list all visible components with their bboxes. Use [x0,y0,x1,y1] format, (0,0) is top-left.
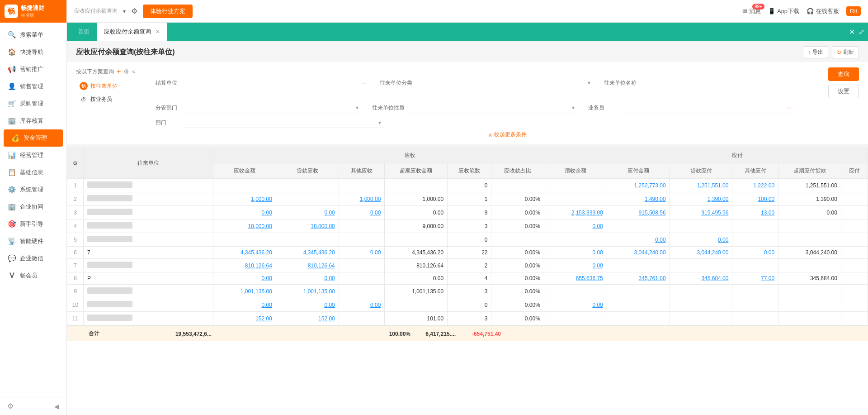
sidebar-item-sales[interactable]: 👤 销售管理 [0,78,66,95]
data-cell[interactable]: 4,345,436.20 [213,247,276,259]
sidebar-item-system[interactable]: ⚙️ 系统管理 [0,181,66,198]
data-cell[interactable]: 810,126.64 [213,259,276,272]
scheme-settings-icon[interactable]: ⚙ [123,68,129,75]
data-cell[interactable]: 1,252,773.00 [607,179,670,192]
tab-ar-ap[interactable]: 应收应付余额查询 ✕ [97,23,167,41]
sidebar-item-inventory[interactable]: 🏢 库存核算 [0,112,66,129]
dept-select[interactable]: ▾ [184,118,384,128]
sidebar-item-purchase[interactable]: 🛒 采购管理 [0,95,66,112]
data-cell[interactable] [732,233,778,247]
sidebar-collapse-icon[interactable]: ◀ [54,403,59,410]
message-button[interactable]: ✉ 消息 99+ [742,7,761,15]
user-avatar[interactable]: Rit [846,8,861,14]
data-cell[interactable] [670,312,732,325]
export-button[interactable]: ↑ 导出 [803,46,828,58]
data-cell[interactable]: 0.00 [276,206,339,219]
data-cell[interactable] [607,285,670,298]
data-cell[interactable] [732,259,778,272]
data-cell[interactable] [213,233,276,247]
sidebar-item-hardware[interactable]: 📡 智能硬件 [0,233,66,250]
data-cell[interactable]: 18,000.00 [276,219,339,233]
data-cell[interactable]: 1,390.00 [670,192,732,206]
data-cell[interactable]: 0.00 [670,233,732,247]
data-cell[interactable]: 13.00 [732,206,778,219]
data-cell[interactable] [670,285,732,298]
tab-home[interactable]: 首页 [71,23,97,41]
collapse-button[interactable]: ∧ 收起更多条件 [488,131,527,138]
data-cell[interactable] [276,233,339,247]
data-cell[interactable] [544,192,607,206]
data-cell[interactable]: 345,684.00 [670,272,732,285]
data-cell[interactable] [607,259,670,272]
data-cell[interactable] [670,298,732,312]
data-cell[interactable]: 0.00 [544,259,607,272]
data-cell[interactable] [732,298,778,312]
scheme-by-staff[interactable]: ⏱ 按业务员 [76,93,142,106]
tab-close-window-icon[interactable]: ✕ [849,28,855,36]
header-gear-icon[interactable]: ⚙ [131,7,137,15]
scheme-collapse-icon[interactable]: « [132,68,135,75]
data-cell[interactable] [339,233,385,247]
col-settings-header[interactable]: ⚙ [67,148,84,179]
data-cell[interactable]: 1,222.00 [732,179,778,192]
data-cell[interactable]: 2,153,333.00 [544,206,607,219]
data-cell[interactable]: 1,000.00 [339,192,385,206]
tab-close-icon[interactable]: ✕ [156,29,160,35]
data-cell[interactable] [339,259,385,272]
sidebar-item-basic-info[interactable]: 📋 基础信息 [0,164,66,181]
data-cell[interactable] [213,179,276,192]
data-cell[interactable] [732,219,778,233]
unit-name-input[interactable] [639,78,817,88]
data-cell[interactable]: 18,000.00 [213,219,276,233]
data-cell[interactable] [607,312,670,325]
data-cell[interactable]: 1,001,135.00 [213,285,276,298]
refresh-button[interactable]: ↻ 刷新 [832,46,859,58]
data-cell[interactable]: 0.00 [339,298,385,312]
data-cell[interactable]: 0.00 [732,247,778,259]
data-cell[interactable] [544,179,607,192]
sidebar-item-enterprise[interactable]: 🏢 企业协同 [0,198,66,215]
sidebar-item-member[interactable]: Ⅴ 畅会员 [0,267,66,284]
data-cell[interactable]: 655,636.75 [544,272,607,285]
query-button[interactable]: 查询 [828,67,859,81]
unit-nature-select[interactable]: ▾ [407,103,578,113]
data-cell[interactable]: 0.00 [276,298,339,312]
data-cell[interactable] [339,312,385,325]
data-cell[interactable]: 0.00 [213,298,276,312]
sidebar-item-guide[interactable]: 🎯 新手引导 [0,215,66,233]
add-scheme-icon[interactable]: + [117,67,121,76]
app-download-button[interactable]: 📱 App下载 [768,7,799,15]
data-cell[interactable]: 3,044,240.00 [607,247,670,259]
settings-button[interactable]: 设置 [828,85,859,98]
data-cell[interactable]: 0.00 [213,206,276,219]
data-cell[interactable]: 0.00 [544,247,607,259]
scheme-button[interactable]: 体验行业方案 [143,5,193,18]
data-cell[interactable] [339,285,385,298]
sidebar-settings-icon[interactable]: ⚙ [7,402,14,410]
data-cell[interactable] [544,233,607,247]
sidebar-item-wechat[interactable]: 💬 企业微信 [0,250,66,267]
data-cell[interactable]: 1,251,551.00 [670,179,732,192]
data-cell[interactable] [339,179,385,192]
data-cell[interactable]: 345,761.00 [607,272,670,285]
data-cell[interactable] [732,285,778,298]
data-cell[interactable] [276,192,339,206]
data-cell[interactable] [544,285,607,298]
sidebar-item-operations[interactable]: 📊 经营管理 [0,147,66,164]
data-cell[interactable] [276,179,339,192]
data-cell[interactable]: 0.00 [276,272,339,285]
unit-category-select[interactable]: ▾ [415,78,593,88]
data-cell[interactable]: 0.00 [544,219,607,233]
data-cell[interactable] [607,298,670,312]
tab-maximize-icon[interactable]: ⤢ [859,28,864,36]
scheme-by-unit[interactable]: 畅 按往来单位 [76,79,142,93]
data-cell[interactable] [339,219,385,233]
data-cell[interactable]: 0.00 [213,272,276,285]
data-cell[interactable]: 3,044,240.00 [670,247,732,259]
data-cell[interactable] [544,312,607,325]
settlement-unit-input[interactable]: ··· [184,78,369,88]
data-cell[interactable] [670,259,732,272]
data-cell[interactable] [732,312,778,325]
sidebar-item-search-menu[interactable]: 🔍 搜索菜单 [0,26,66,43]
data-cell[interactable]: 4,345,436.20 [276,247,339,259]
